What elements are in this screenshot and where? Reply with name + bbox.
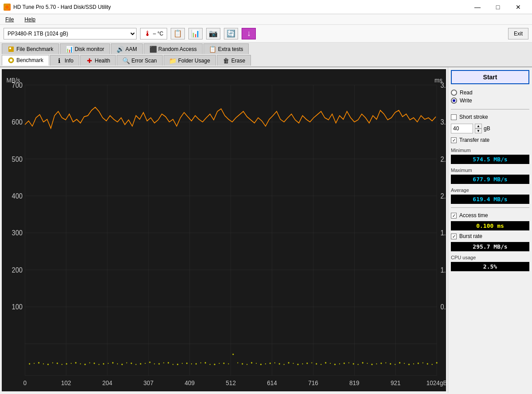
tab-extra-tests-label: Extra tests	[218, 46, 243, 52]
restore-button[interactable]: □	[488, 0, 508, 14]
copy-btn2[interactable]: 📊	[188, 28, 203, 39]
start-button[interactable]: Start	[451, 70, 529, 84]
camera-btn[interactable]: 📷	[206, 28, 220, 39]
file-benchmark-icon	[8, 46, 15, 53]
svg-point-139	[404, 363, 405, 364]
spin-up-button[interactable]: ▲	[475, 124, 482, 129]
svg-text:1.50: 1.50	[440, 229, 446, 237]
svg-text:400: 400	[12, 192, 23, 200]
tab-row-1: File Benchmark 📊 Disk monitor 🔊 AAM ⬛ Ra…	[2, 43, 530, 54]
spin-down-button[interactable]: ▼	[475, 129, 482, 133]
svg-point-121	[237, 362, 238, 363]
tab-error-scan[interactable]: 🔍 Error Scan	[117, 55, 162, 66]
tab-extra-tests[interactable]: 📋 Extra tests	[203, 43, 249, 54]
svg-point-68	[158, 363, 160, 365]
tab-benchmark[interactable]: Benchmark	[2, 55, 49, 66]
svg-point-141	[422, 362, 423, 363]
svg-point-85	[316, 363, 317, 365]
svg-point-94	[399, 362, 400, 364]
svg-point-86	[325, 362, 326, 364]
svg-point-80	[270, 363, 271, 364]
svg-point-123	[256, 363, 257, 364]
benchmark-chart: 700 600 500 400 300 200 100 MB/s 3.50 3.…	[2, 69, 446, 391]
svg-text:1024gB: 1024gB	[426, 379, 446, 386]
tab-aam[interactable]: 🔊 AAM	[111, 43, 143, 54]
divider1	[451, 109, 529, 109]
tab-info[interactable]: ℹ Info	[50, 55, 79, 66]
svg-point-88	[344, 363, 345, 364]
maximum-value: 677.9 MB/s	[451, 175, 529, 184]
svg-point-112	[154, 363, 155, 364]
svg-text:819: 819	[349, 379, 360, 386]
short-stroke-checkbox[interactable]	[451, 114, 457, 120]
tab-file-benchmark-label: File Benchmark	[16, 46, 53, 52]
cpu-usage-label: CPU usage	[451, 255, 529, 260]
app-icon	[4, 4, 11, 11]
transfer-rate-checkbox[interactable]: ✓	[451, 137, 457, 143]
write-radio-label[interactable]: Write	[451, 98, 529, 104]
access-time-checkbox[interactable]: ✓	[451, 213, 457, 218]
svg-point-107	[108, 363, 109, 364]
svg-text:0: 0	[23, 379, 27, 386]
write-radio[interactable]	[451, 98, 457, 104]
svg-text:204: 204	[102, 379, 113, 386]
access-time-label[interactable]: ✓ Access time	[451, 212, 529, 218]
svg-point-61	[94, 363, 95, 364]
transfer-rate-label[interactable]: ✓ Transfer rate	[451, 137, 529, 143]
minimize-button[interactable]: —	[467, 0, 488, 14]
svg-rect-3	[9, 47, 11, 49]
tab-erase-label: Erase	[231, 58, 245, 64]
svg-point-90	[362, 362, 364, 364]
right-panel: Start Read Write Short stroke 40 ▲ ▼ gB	[448, 67, 532, 393]
divider2	[451, 207, 529, 208]
tab-disk-monitor[interactable]: 📊 Disk monitor	[60, 43, 110, 54]
svg-point-56	[47, 363, 49, 365]
exit-button[interactable]: Exit	[508, 28, 528, 39]
tab-benchmark-label: Benchmark	[16, 57, 43, 63]
svg-point-122	[246, 364, 247, 365]
tab-file-benchmark[interactable]: File Benchmark	[2, 43, 59, 54]
random-access-icon: ⬛	[149, 46, 156, 53]
svg-point-75	[223, 363, 224, 364]
title-bar: HD Tune Pro 5.70 - Hard Disk/SSD Utility…	[0, 0, 532, 14]
svg-point-130	[321, 364, 321, 365]
svg-point-66	[140, 363, 141, 365]
tab-health[interactable]: ✚ Health	[80, 55, 116, 66]
read-label: Read	[460, 90, 473, 96]
svg-point-58	[66, 363, 67, 365]
tab-health-label: Health	[95, 58, 110, 64]
download-btn[interactable]: ↓	[242, 28, 256, 39]
read-radio[interactable]	[451, 90, 457, 96]
svg-text:300: 300	[12, 229, 23, 237]
minimum-label: Minimum	[451, 148, 529, 153]
svg-text:921: 921	[391, 379, 401, 386]
help-menu[interactable]: Help	[23, 16, 37, 23]
svg-rect-6	[2, 69, 446, 391]
tab-erase[interactable]: 🗑 Erase	[217, 55, 251, 66]
svg-point-117	[200, 362, 201, 363]
refresh-btn[interactable]: 🔄	[224, 28, 238, 39]
short-stroke-label[interactable]: Short stroke	[451, 114, 529, 120]
drive-select[interactable]: PP3480-R 1TB (1024 gB)	[4, 28, 137, 39]
tab-folder-usage[interactable]: 📁 Folder Usage	[164, 55, 216, 66]
spinbox-input[interactable]: 40	[451, 124, 473, 133]
burst-rate-checkbox[interactable]: ✓	[451, 234, 457, 239]
svg-point-5	[10, 59, 12, 62]
svg-point-137	[385, 362, 386, 363]
copy-btn1[interactable]: 📋	[171, 28, 185, 39]
tab-random-access[interactable]: ⬛ Random Access	[144, 43, 203, 54]
svg-point-76	[232, 354, 234, 355]
svg-point-81	[279, 363, 280, 365]
svg-text:MB/s: MB/s	[6, 76, 20, 84]
svg-point-87	[334, 363, 336, 365]
tab-folder-usage-label: Folder Usage	[178, 58, 210, 64]
minimum-value: 574.5 MB/s	[451, 155, 529, 164]
svg-text:600: 600	[12, 118, 23, 126]
svg-point-78	[251, 362, 252, 364]
close-button[interactable]: ✕	[508, 0, 528, 14]
svg-point-109	[126, 362, 127, 363]
file-menu[interactable]: File	[4, 16, 16, 23]
read-radio-label[interactable]: Read	[451, 90, 529, 96]
burst-rate-label[interactable]: ✓ Burst rate	[451, 233, 529, 239]
tabs-container: File Benchmark 📊 Disk monitor 🔊 AAM ⬛ Ra…	[0, 43, 532, 67]
